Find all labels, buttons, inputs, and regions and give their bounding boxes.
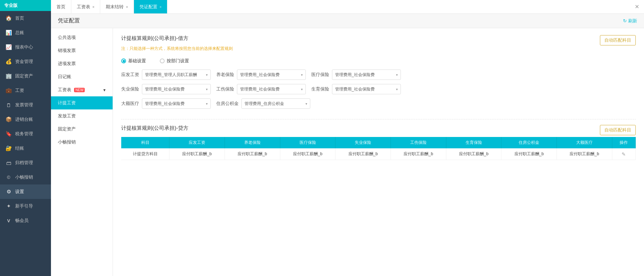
nav-sales-invoice[interactable]: 销项发票: [51, 44, 113, 57]
radio-basic[interactable]: 基础设置: [121, 58, 146, 64]
sidebar-item-tax[interactable]: 🔖 税务管理: [0, 127, 51, 141]
sidebar-item-settings[interactable]: ⚙ 设置: [0, 184, 51, 199]
housing-fund-select[interactable]: 管理费用_住房公积金 ▾: [241, 98, 310, 109]
sidebar-item-assets[interactable]: 🏢 固定资产: [0, 69, 51, 83]
tab-period-close[interactable]: 期末结转 ×: [100, 0, 134, 13]
sidebar-item-guide[interactable]: ✦ 新手引导: [0, 199, 51, 213]
content-area: 公共选项 销项发票 进项发票 日记账 工资表 NEW ▾ 计提工资: [51, 28, 644, 276]
tab-salary-table-close[interactable]: ×: [92, 5, 94, 9]
nav-calc-salary[interactable]: 计提工资: [51, 96, 113, 109]
field-pension: 养老保险 管理费用_社会保险费 ▾: [216, 70, 306, 80]
sidebar: 专业版 🏠 首页 📊 总账 📈 报表中心 💰 资金管理 🏢 固定资产 💼 工资 …: [0, 0, 51, 276]
nav-xiaochang-expense[interactable]: 小畅报销: [51, 136, 113, 149]
large-medical-chevron: ▾: [206, 102, 208, 106]
sidebar-item-inventory[interactable]: 📦 进销台账: [0, 112, 51, 127]
large-medical-select[interactable]: 管理费用_社会保险费 ▾: [142, 98, 211, 109]
tab-period-close-close[interactable]: ×: [126, 5, 128, 9]
section1-note: 注：只能选择一种方式，系统将按照您当前的选择来配置规则: [121, 46, 233, 52]
col-salary: 应发工资: [169, 137, 225, 148]
unemployment-select[interactable]: 管理费用_社会保险费 ▾: [142, 84, 211, 94]
sidebar-item-reports[interactable]: 📈 报表中心: [0, 40, 51, 54]
sidebar-item-archive[interactable]: 🗃 归档管理: [0, 156, 51, 170]
medical-chevron: ▾: [396, 73, 398, 77]
work-injury-label: 工伤保险: [216, 86, 234, 92]
medical-label: 医疗保险: [311, 72, 329, 78]
sidebar-item-close[interactable]: 🔐 结账: [0, 141, 51, 156]
section2-header: 计提核算规则(公司承担)-贷方 自动匹配科目: [121, 125, 636, 136]
tab-voucher-config[interactable]: 凭证配置 ×: [134, 0, 167, 13]
tab-voucher-config-close[interactable]: ×: [159, 5, 162, 9]
sidebar-item-label: 税务管理: [15, 131, 33, 137]
reports-icon: 📈: [6, 44, 12, 50]
tab-home[interactable]: 首页: [51, 0, 71, 13]
radio-dept-label: 按部门设置: [167, 58, 189, 64]
radio-dept[interactable]: 按部门设置: [160, 58, 189, 64]
maternity-value: 管理费用_社会保险费: [335, 86, 375, 92]
salary-chevron: ▾: [206, 73, 208, 77]
nav-pay-salary[interactable]: 发放工资: [51, 109, 113, 123]
edit-icon[interactable]: ✎: [622, 151, 626, 157]
auto-match-debit-button[interactable]: 自动匹配科目: [600, 35, 636, 45]
salary-select[interactable]: 管理费用_管理人员职工薪酬 ▾: [142, 70, 211, 80]
left-nav: 公共选项 销项发票 进项发票 日记账 工资表 NEW ▾ 计提工资: [51, 28, 113, 276]
field-work-injury: 工伤保险 管理费用_社会保险费 ▾: [216, 84, 306, 94]
topbar-close-button[interactable]: ✕: [630, 0, 644, 13]
sidebar-item-label: 工资: [15, 87, 24, 94]
assets-icon: 🏢: [6, 73, 12, 79]
nav-pay-salary-label: 发放工资: [58, 113, 76, 119]
nav-public[interactable]: 公共选项: [51, 31, 113, 44]
inventory-icon: 📦: [6, 116, 12, 123]
medical-select[interactable]: 管理费用_社会保险费 ▾: [332, 70, 401, 80]
large-medical-value: 管理费用_社会保险费: [145, 101, 185, 107]
nav-purchase-invoice[interactable]: 进项发票: [51, 57, 113, 70]
field-unemployment: 失业保险 管理费用_社会保险费 ▾: [121, 84, 211, 94]
maternity-select[interactable]: 管理费用_社会保险费 ▾: [332, 84, 401, 94]
tab-period-close-label: 期末结转: [106, 4, 124, 10]
large-medical-label: 大额医疗: [121, 100, 139, 107]
row-pension: 应付职工薪酬_b: [225, 148, 280, 160]
work-injury-select[interactable]: 管理费用_社会保险费 ▾: [237, 84, 306, 94]
tab-salary-table[interactable]: 工资表 ×: [71, 0, 100, 13]
section1-titles: 计提核算规则(公司承担)-借方 注：只能选择一种方式，系统将按照您当前的选择来配…: [121, 35, 233, 56]
col-large-medical: 大额医疗: [557, 137, 612, 148]
nav-journal[interactable]: 日记账: [51, 70, 113, 83]
sidebar-item-member[interactable]: V 畅会员: [0, 213, 51, 228]
field-medical: 医疗保险 管理费用_社会保险费 ▾: [311, 70, 401, 80]
nav-fixed-assets-label: 固定资产: [58, 126, 76, 132]
col-housing: 住房公积金: [501, 137, 557, 148]
auto-match-credit-button[interactable]: 自动匹配科目: [600, 125, 636, 135]
section2-title: 计提核算规则(公司承担)-贷方: [121, 125, 188, 131]
pension-select[interactable]: 管理费用_社会保险费 ▾: [237, 70, 306, 80]
work-injury-chevron: ▾: [301, 87, 303, 91]
sidebar-item-home[interactable]: 🏠 首页: [0, 11, 51, 25]
pension-chevron: ▾: [301, 73, 303, 77]
nav-public-label: 公共选项: [58, 34, 76, 41]
section1-title: 计提核算规则(公司承担)-借方: [121, 35, 233, 42]
nav-salary-table[interactable]: 工资表 NEW ▾: [51, 83, 113, 96]
member-icon: V: [6, 218, 12, 223]
row-action[interactable]: ✎: [612, 148, 635, 160]
housing-fund-value: 管理费用_住房公积金: [245, 101, 284, 107]
nav-fixed-assets[interactable]: 固定资产: [51, 123, 113, 136]
col-unemployment: 失业保险: [335, 137, 391, 148]
funds-icon: 💰: [6, 59, 12, 65]
page-header: 凭证配置 ↻ 刷新: [51, 14, 644, 28]
sidebar-item-invoice[interactable]: 🗒 发票管理: [0, 98, 51, 112]
guide-icon: ✦: [6, 203, 12, 209]
radio-basic-circle: [121, 59, 126, 63]
nav-xiaochang-expense-label: 小畅报销: [58, 139, 76, 145]
invoice-icon: 🗒: [6, 102, 12, 108]
nav-purchase-invoice-label: 进项发票: [58, 61, 76, 67]
tab-salary-table-label: 工资表: [77, 4, 90, 10]
pension-value: 管理费用_社会保险费: [240, 72, 280, 78]
refresh-button[interactable]: ↻ 刷新: [623, 18, 637, 24]
sidebar-item-funds[interactable]: 💰 资金管理: [0, 54, 51, 69]
tab-bar: 首页 工资表 × 期末结转 × 凭证配置 × ✕: [51, 0, 644, 14]
sidebar-item-ledger[interactable]: 📊 总账: [0, 25, 51, 40]
section-divider: [121, 119, 636, 119]
unemployment-chevron: ▾: [206, 87, 208, 91]
radio-dept-circle: [160, 59, 165, 63]
nav-calc-salary-label: 计提工资: [58, 100, 76, 106]
sidebar-item-xiaochang[interactable]: © 小畅报销: [0, 170, 51, 184]
sidebar-item-salary[interactable]: 💼 工资: [0, 83, 51, 98]
